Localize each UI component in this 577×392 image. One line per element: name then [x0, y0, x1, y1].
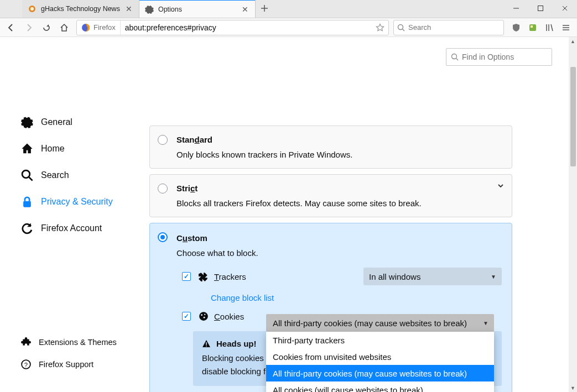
- close-icon[interactable]: ✕: [124, 4, 133, 13]
- new-tab-button[interactable]: [256, 0, 273, 17]
- find-in-options[interactable]: [446, 48, 552, 66]
- link-label: Extensions & Themes: [39, 338, 117, 347]
- forward-button[interactable]: [21, 20, 37, 35]
- card-custom: Custom Choose what to block. Trackers In…: [149, 223, 512, 392]
- back-button[interactable]: [3, 20, 19, 35]
- link-label: Firefox Support: [39, 360, 93, 369]
- content-blocking-options: Standard Only blocks known trackers in P…: [149, 126, 512, 392]
- svg-point-15: [204, 317, 205, 318]
- url-bar[interactable]: Firefox: [76, 20, 389, 35]
- card-title: Custom: [176, 233, 502, 243]
- identity-block[interactable]: Firefox: [77, 20, 121, 35]
- nav-label: Home: [41, 144, 65, 154]
- card-desc: Only blocks known trackers in Private Wi…: [176, 150, 502, 159]
- tab-strip: gHacks Technology News ✕ Options ✕: [22, 0, 273, 18]
- svg-point-8: [22, 170, 30, 178]
- nav-label: Firefox Account: [41, 223, 102, 233]
- svg-point-1: [30, 7, 34, 11]
- extensions-link[interactable]: Extensions & Themes: [21, 331, 117, 353]
- url-input[interactable]: [121, 23, 372, 32]
- svg-point-7: [452, 54, 457, 59]
- ghacks-favicon-icon: [28, 4, 37, 13]
- search-icon: [21, 169, 33, 181]
- nav-label: General: [41, 117, 72, 127]
- scroll-down-icon[interactable]: ▼: [569, 384, 577, 392]
- menu-button[interactable]: [558, 20, 574, 35]
- tab-ghacks[interactable]: gHacks Technology News ✕: [22, 0, 139, 18]
- content-area: General Home Search Privacy & Security F…: [0, 37, 577, 392]
- search-icon: [397, 24, 405, 32]
- search-bar[interactable]: [393, 20, 504, 35]
- card-desc: Blocks all trackers Firefox detects. May…: [176, 198, 502, 208]
- trackers-icon: [199, 271, 209, 281]
- cookies-select[interactable]: All third-party cookies (may cause websi…: [266, 314, 494, 332]
- question-icon: ?: [21, 359, 31, 369]
- close-icon[interactable]: ✕: [241, 5, 249, 14]
- nav-account[interactable]: Firefox Account: [21, 215, 137, 242]
- trackers-row: Trackers In all windows ▼: [182, 268, 502, 285]
- scroll-up-icon[interactable]: ▲: [569, 37, 577, 45]
- support-link[interactable]: ? Firefox Support: [21, 353, 117, 375]
- card-standard[interactable]: Standard Only blocks known trackers in P…: [149, 126, 512, 169]
- trackers-label: Trackers: [214, 272, 246, 281]
- identity-label: Firefox: [93, 23, 116, 32]
- select-value: All third-party cookies (may cause websi…: [273, 318, 467, 328]
- tab-label: gHacks Technology News: [41, 5, 120, 13]
- nav-search[interactable]: Search: [21, 162, 137, 189]
- radio-strict[interactable]: [158, 184, 168, 194]
- reload-button[interactable]: [39, 20, 54, 35]
- sync-icon: [21, 222, 33, 234]
- chevron-down-icon[interactable]: [497, 182, 504, 189]
- maximize-button[interactable]: [528, 0, 553, 17]
- cookies-option[interactable]: All cookies (will cause websites to brea…: [266, 381, 494, 392]
- extension-icon[interactable]: [525, 20, 540, 35]
- cookies-option[interactable]: All third-party cookies (may cause websi…: [266, 365, 494, 381]
- radio-standard[interactable]: [158, 135, 168, 145]
- cookies-dropdown-list: Third-party trackers Cookies from unvisi…: [266, 332, 494, 392]
- svg-rect-9: [23, 201, 31, 207]
- nav-label: Search: [41, 170, 69, 180]
- bookmark-star-icon[interactable]: [372, 23, 388, 32]
- svg-point-14: [204, 313, 205, 315]
- trackers-checkbox[interactable]: [182, 272, 191, 281]
- search-icon: [451, 53, 459, 61]
- find-input[interactable]: [462, 53, 559, 61]
- change-block-list-link[interactable]: Change block list: [211, 293, 502, 302]
- cookies-icon: [199, 311, 209, 321]
- bottom-links: Extensions & Themes ? Firefox Support: [21, 331, 117, 375]
- gear-icon: [145, 5, 154, 14]
- window-controls: [504, 0, 577, 17]
- nav-toolbar: Firefox: [0, 18, 577, 37]
- search-input[interactable]: [408, 23, 501, 32]
- library-icon[interactable]: [542, 20, 557, 35]
- svg-point-12: [199, 312, 208, 321]
- cookies-option[interactable]: Cookies from unvisited websites: [266, 348, 494, 365]
- category-nav: General Home Search Privacy & Security F…: [21, 109, 137, 242]
- alert-title: Heads up!: [216, 339, 257, 348]
- ublock-icon[interactable]: [508, 20, 524, 35]
- toolbar-right: [508, 20, 574, 35]
- tab-options[interactable]: Options ✕: [139, 0, 256, 18]
- trackers-select[interactable]: In all windows ▼: [363, 268, 502, 285]
- cookies-label: Cookies: [214, 312, 244, 321]
- nav-privacy[interactable]: Privacy & Security: [21, 189, 137, 215]
- window-titlebar: gHacks Technology News ✕ Options ✕: [0, 0, 577, 18]
- nav-home[interactable]: Home: [21, 135, 137, 162]
- tab-label: Options: [158, 6, 236, 13]
- minimize-button[interactable]: [504, 0, 528, 17]
- caret-down-icon: ▼: [491, 274, 496, 280]
- home-button[interactable]: [56, 20, 72, 35]
- card-strict[interactable]: Strict Blocks all trackers Firefox detec…: [149, 174, 512, 217]
- scrollbar-track[interactable]: ▲ ▼: [569, 37, 577, 392]
- warning-icon: [202, 339, 211, 348]
- close-window-button[interactable]: [553, 0, 577, 17]
- cookies-checkbox[interactable]: [182, 312, 191, 321]
- svg-point-4: [398, 24, 403, 29]
- scrollbar-thumb[interactable]: [570, 67, 576, 166]
- nav-general[interactable]: General: [21, 109, 137, 135]
- firefox-logo-icon: [81, 23, 90, 32]
- select-value: In all windows: [369, 272, 420, 281]
- cookies-option[interactable]: Third-party trackers: [266, 332, 494, 348]
- lock-icon: [21, 196, 33, 208]
- radio-custom[interactable]: [158, 232, 168, 242]
